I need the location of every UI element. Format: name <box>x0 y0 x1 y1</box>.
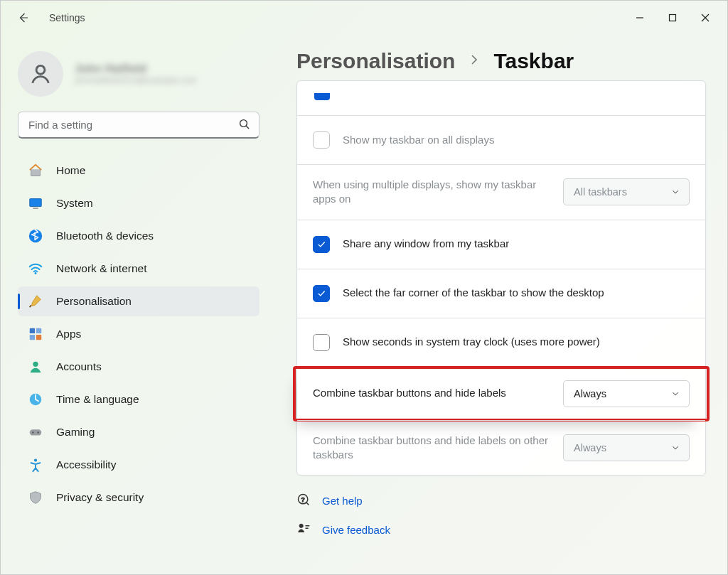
breadcrumb-parent[interactable]: Personalisation <box>296 49 455 73</box>
svg-rect-9 <box>30 335 35 340</box>
nav-accessibility[interactable]: Accessibility <box>18 450 259 480</box>
search-icon[interactable] <box>238 118 251 134</box>
search-input[interactable] <box>18 112 259 139</box>
profile[interactable]: John Hatfield johnhatfield2014@example.c… <box>18 49 259 99</box>
svg-point-11 <box>33 362 38 367</box>
dropdown-multi-display-apps: All taskbars <box>563 178 690 205</box>
chevron-down-icon <box>670 187 680 197</box>
person-icon <box>28 62 53 86</box>
chevron-down-icon <box>670 389 680 399</box>
svg-rect-8 <box>36 328 41 333</box>
check-icon <box>316 240 326 249</box>
nav-label: Bluetooth & devices <box>56 230 154 242</box>
dropdown-combine-main[interactable]: Always <box>563 380 690 407</box>
feedback-icon <box>296 522 311 538</box>
nav-system[interactable]: System <box>18 188 259 218</box>
nav-label: Accessibility <box>56 458 116 471</box>
link-give-feedback[interactable]: Give feedback <box>296 522 706 538</box>
nav-gaming[interactable]: Gaming <box>18 417 259 447</box>
link-get-help[interactable]: ? Get help <box>296 493 706 509</box>
nav-bluetooth[interactable]: Bluetooth & devices <box>18 221 259 251</box>
svg-rect-4 <box>33 208 38 208</box>
svg-point-1 <box>36 65 45 74</box>
shield-icon <box>28 490 43 505</box>
back-button[interactable] <box>15 9 32 26</box>
search-box <box>18 112 259 139</box>
svg-point-19 <box>299 524 303 527</box>
main: Personalisation Taskbar Show my taskbar … <box>271 35 727 574</box>
wifi-icon <box>28 261 43 276</box>
system-icon <box>28 195 43 211</box>
avatar <box>18 51 63 97</box>
minimize-icon <box>636 14 644 22</box>
account-icon <box>28 359 43 375</box>
svg-text:?: ? <box>301 496 305 503</box>
breadcrumb: Personalisation Taskbar <box>296 49 706 73</box>
svg-point-15 <box>37 431 38 433</box>
checkbox-far-corner[interactable] <box>313 285 330 302</box>
nav-label: Accounts <box>56 360 102 373</box>
nav-label: Network & internet <box>56 262 147 275</box>
maximize-button[interactable] <box>656 4 689 32</box>
chevron-right-icon <box>468 53 481 69</box>
paintbrush-icon <box>28 294 43 309</box>
close-button[interactable] <box>689 4 722 32</box>
row-multi-display-apps: When using multiple displays, show my ta… <box>297 164 705 220</box>
nav-accounts[interactable]: Accounts <box>18 352 259 382</box>
profile-email: johnhatfield2014@example.com <box>75 75 197 85</box>
minimize-button[interactable] <box>623 4 656 32</box>
row-show-seconds: Show seconds in system tray clock (uses … <box>297 318 705 367</box>
svg-point-14 <box>32 431 33 433</box>
profile-name: John Hatfield <box>75 63 197 75</box>
svg-point-6 <box>35 272 37 274</box>
gamepad-icon <box>28 424 43 440</box>
nav-label: Personalisation <box>56 295 132 308</box>
svg-rect-0 <box>670 15 676 21</box>
maximize-icon <box>668 14 677 22</box>
chevron-down-icon <box>670 443 680 453</box>
clock-globe-icon <box>28 392 43 407</box>
row-show-all-displays: Show my taskbar on all displays <box>297 115 705 164</box>
svg-rect-13 <box>30 429 42 435</box>
breadcrumb-current: Taskbar <box>493 49 574 73</box>
settings-panel: Show my taskbar on all displays When usi… <box>296 80 706 475</box>
svg-point-16 <box>34 458 37 461</box>
svg-rect-10 <box>36 335 41 340</box>
bluetooth-icon <box>28 228 43 244</box>
nav-label: Home <box>56 164 85 177</box>
nav-apps[interactable]: Apps <box>18 319 259 349</box>
app-title: Settings <box>49 12 85 23</box>
nav-label: Gaming <box>56 426 95 439</box>
row-combine-other: Combine taskbar buttons and hide labels … <box>297 420 705 475</box>
nav-home[interactable]: Home <box>18 156 259 186</box>
nav-label: Apps <box>56 328 81 340</box>
nav-privacy[interactable]: Privacy & security <box>18 483 259 512</box>
checkbox-show-all-displays <box>313 131 330 149</box>
sidebar: John Hatfield johnhatfield2014@example.c… <box>1 35 271 574</box>
check-icon <box>316 289 326 299</box>
footer-links: ? Get help Give feedback <box>296 493 706 538</box>
nav: Home System Bluetooth & devices Network … <box>18 156 259 512</box>
accessibility-icon <box>28 457 43 473</box>
dropdown-combine-other: Always <box>563 434 690 461</box>
row-far-corner: Select the far corner of the taskbar to … <box>297 269 705 318</box>
window-controls <box>623 4 722 32</box>
nav-label: Privacy & security <box>56 491 144 504</box>
titlebar: Settings <box>1 1 727 35</box>
close-icon <box>701 14 710 22</box>
nav-label: Time & language <box>56 393 139 406</box>
arrow-left-icon <box>17 11 30 24</box>
partial-checkbox-glimpse <box>314 93 330 100</box>
svg-rect-7 <box>30 328 35 333</box>
nav-time[interactable]: Time & language <box>18 385 259 414</box>
svg-point-2 <box>240 120 247 127</box>
nav-label: System <box>56 197 93 210</box>
svg-rect-3 <box>30 199 42 207</box>
row-combine-main: Combine taskbar buttons and hide labels … <box>297 367 705 420</box>
checkbox-share-window[interactable] <box>313 236 330 253</box>
home-icon <box>28 163 43 178</box>
nav-network[interactable]: Network & internet <box>18 254 259 284</box>
nav-personalisation[interactable]: Personalisation <box>18 286 259 316</box>
apps-icon <box>28 326 43 342</box>
checkbox-show-seconds[interactable] <box>313 334 330 351</box>
